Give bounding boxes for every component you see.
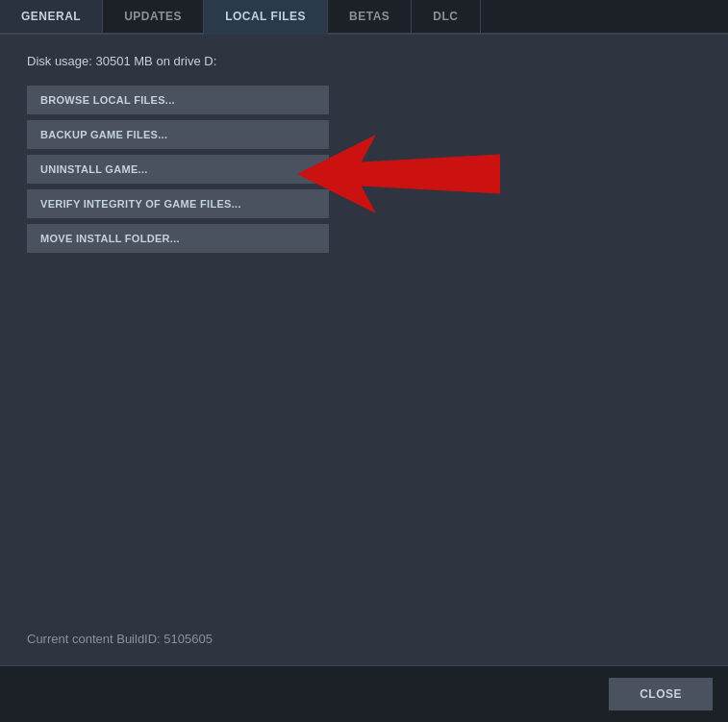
main-content: Disk usage: 30501 MB on drive D: BROWSE … (0, 35, 728, 665)
tabs-bar: GENERAL UPDATES LOCAL FILES BETAS DLC (0, 0, 728, 35)
build-info-label: Current content BuildID: 5105605 (27, 632, 213, 646)
verify-integrity-button[interactable]: VERIFY INTEGRITY OF GAME FILES... (27, 189, 329, 218)
tab-updates[interactable]: UPDATES (103, 0, 204, 33)
buttons-section: BROWSE LOCAL FILES... BACKUP GAME FILES.… (27, 86, 701, 253)
uninstall-game-button[interactable]: UNINSTALL GAME... (27, 155, 329, 184)
close-button[interactable]: CLOSE (609, 678, 713, 710)
tab-local-files[interactable]: LOCAL FILES (204, 0, 328, 35)
tab-betas[interactable]: BETAS (328, 0, 412, 33)
tab-dlc[interactable]: DLC (412, 0, 480, 33)
disk-usage-label: Disk usage: 30501 MB on drive D: (27, 54, 701, 68)
footer-bar: CLOSE (0, 665, 728, 722)
browse-local-files-button[interactable]: BROWSE LOCAL FILES... (27, 86, 329, 114)
move-install-folder-button[interactable]: MOVE INSTALL FOLDER... (27, 224, 329, 253)
tab-general[interactable]: GENERAL (0, 0, 103, 33)
backup-game-files-button[interactable]: BACKUP GAME FILES... (27, 120, 329, 149)
